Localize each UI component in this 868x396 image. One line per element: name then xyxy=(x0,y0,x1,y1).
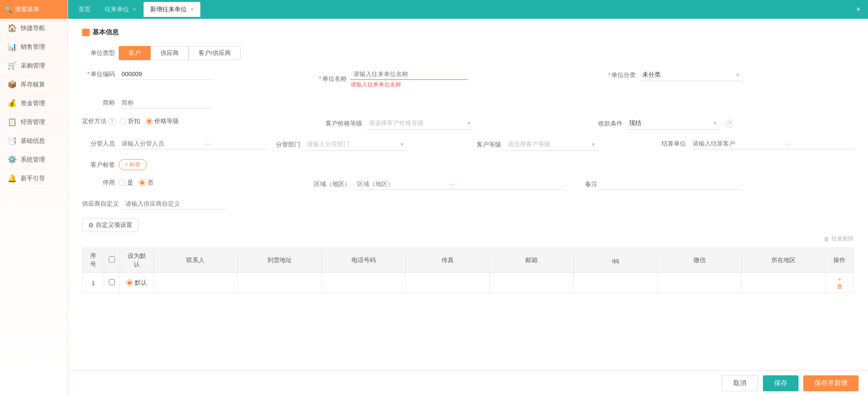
disabled-yes-radio[interactable]: 是 xyxy=(119,179,133,187)
search-menu[interactable]: 🔍 搜索菜单 xyxy=(0,0,68,19)
settlement-more-btn[interactable]: ··· xyxy=(784,140,793,148)
region-input[interactable] xyxy=(354,179,448,189)
unit-code-input[interactable] xyxy=(119,69,213,80)
manager-input[interactable] xyxy=(119,138,203,149)
customer-price-level-select[interactable]: 请选择客户价格等级 ▼ xyxy=(366,117,474,130)
sidebar-item-purchase[interactable]: 🛒 采购管理 xyxy=(0,56,68,75)
customer-level-select[interactable]: 请选择客户等级 ▼ xyxy=(505,138,599,151)
row-phone-input[interactable] xyxy=(327,280,401,287)
manager-more-btn[interactable]: ··· xyxy=(203,140,213,148)
row-wechat[interactable] xyxy=(657,273,741,293)
col-email: 邮箱 xyxy=(489,248,573,273)
row-phone[interactable] xyxy=(321,273,405,293)
purchase-icon: 🛒 xyxy=(8,61,17,70)
tab-new-partner-close[interactable]: × xyxy=(190,6,194,13)
save-and-new-button[interactable]: 保存并新增 xyxy=(803,375,859,391)
sidebar-item-inventory[interactable]: 📦 库存核算 xyxy=(0,75,68,94)
custom-settings-button[interactable]: ⚙ 自定义项设置 xyxy=(82,218,138,232)
region-more-btn[interactable]: ··· xyxy=(448,180,457,188)
customer-level-placeholder: 请选择客户等级 xyxy=(508,140,591,148)
select-all-checkbox[interactable] xyxy=(109,256,115,263)
footer-bar: 取消 保存 保存并新增 xyxy=(68,370,868,396)
remark-label: 备注 xyxy=(564,180,597,188)
col-checkbox[interactable] xyxy=(104,248,120,273)
row-default-dot xyxy=(128,281,131,285)
sidebar-item-finance[interactable]: 💰 资金管理 xyxy=(0,94,68,113)
save-button[interactable]: 保存 xyxy=(763,375,799,391)
customer-tag-group: 客户标签 + 标签 xyxy=(82,159,854,170)
unit-category-arrow: ▼ xyxy=(735,72,740,78)
row-fax[interactable] xyxy=(405,273,489,293)
section-icon xyxy=(82,29,90,36)
unit-name-input[interactable] xyxy=(350,69,468,80)
sidebar-item-operations[interactable]: 📋 经营管理 xyxy=(0,113,68,132)
pricing-discount-radio[interactable]: 折扣 xyxy=(120,117,140,125)
tab-partners-close[interactable]: × xyxy=(133,6,136,13)
disabled-group: 停用 是 否 xyxy=(82,179,314,187)
disabled-label: 停用 xyxy=(82,179,115,187)
payment-terms-select[interactable]: 现结 ▼ xyxy=(626,117,720,130)
row-address[interactable] xyxy=(237,273,321,293)
row-qq[interactable] xyxy=(573,273,657,293)
tab-home-label: 首页 xyxy=(78,5,91,14)
unit-category-select[interactable]: 未分类 ▼ xyxy=(640,69,743,81)
sidebar: 🔍 搜索菜单 🏠 快捷导航 📊 销售管理 🛒 采购管理 📦 库存核算 💰 资金管… xyxy=(0,0,68,396)
unit-name-error: 请输入往来单位名称 xyxy=(350,81,603,89)
tab-new-partner[interactable]: 新增往来单位 × xyxy=(144,2,200,17)
col-location: 所在地区 xyxy=(741,248,825,273)
row-fax-input[interactable] xyxy=(411,280,485,287)
payment-terms-help-icon[interactable]: ? xyxy=(726,120,733,127)
tab-home[interactable]: 首页 xyxy=(72,2,97,17)
supplier-custom-input[interactable] xyxy=(122,198,226,210)
tag-add-button[interactable]: + 标签 xyxy=(119,159,147,170)
row-delete-btn[interactable]: 🗑 xyxy=(837,283,843,290)
sidebar-item-quick-nav[interactable]: 🏠 快捷导航 xyxy=(0,19,68,38)
type-btn-customer[interactable]: 客户 xyxy=(119,46,151,60)
department-placeholder: 请输入分管部门 xyxy=(307,140,400,148)
manager-group: 分管人员 ··· xyxy=(82,138,267,149)
row-contact-input[interactable] xyxy=(159,280,233,287)
type-btn-both[interactable]: 客户/供应商 xyxy=(189,46,241,60)
sidebar-item-guide[interactable]: 🔔 新手引导 xyxy=(0,169,68,188)
row-email-input[interactable] xyxy=(495,280,569,287)
settlement-unit-input[interactable] xyxy=(690,138,784,149)
sidebar-item-basic-info[interactable]: 📑 基础信息 xyxy=(0,132,68,150)
unit-type-label: 单位类型 xyxy=(82,49,115,57)
manager-label: 分管人员 xyxy=(82,140,115,148)
settlement-unit-group: 结算单位 ··· xyxy=(653,138,854,149)
col-wechat: 微信 xyxy=(657,248,741,273)
row-contact[interactable] xyxy=(153,273,237,293)
pricing-help-icon[interactable]: ? xyxy=(108,117,116,125)
row-email[interactable] xyxy=(489,273,573,293)
unit-type-row: 单位类型 客户 供应商 客户/供应商 xyxy=(82,46,854,60)
row-location-input[interactable] xyxy=(746,280,821,287)
row-default-radio[interactable]: 默认 xyxy=(125,279,149,287)
department-arrow: ▼ xyxy=(400,142,404,147)
disabled-yes-circle xyxy=(119,179,125,186)
row-location[interactable] xyxy=(741,273,825,293)
main-close-button[interactable]: × xyxy=(853,3,864,16)
operations-icon: 📋 xyxy=(8,117,17,126)
finance-icon: 💰 xyxy=(8,99,17,108)
remark-input[interactable] xyxy=(601,179,742,190)
type-btn-supplier[interactable]: 供应商 xyxy=(151,46,189,60)
remark-group: 备注 xyxy=(564,179,854,190)
batch-delete[interactable]: 🗑 批量删除 xyxy=(82,235,854,243)
row-address-input[interactable] xyxy=(243,280,317,287)
tab-partners[interactable]: 往来单位 × xyxy=(98,2,143,17)
customer-tag-label: 客户标签 xyxy=(82,161,115,169)
unit-type-group: 单位类型 客户 供应商 客户/供应商 xyxy=(82,46,854,60)
sidebar-item-system[interactable]: ⚙️ 系统管理 xyxy=(0,150,68,169)
row-qq-input[interactable] xyxy=(579,280,653,287)
pricing-level-radio[interactable]: 价格等级 xyxy=(146,117,179,125)
row-add-btn[interactable]: + xyxy=(838,276,842,283)
abbreviation-input[interactable] xyxy=(119,97,213,109)
row-wechat-input[interactable] xyxy=(662,280,737,287)
row-checkbox-input[interactable] xyxy=(109,279,115,285)
row-checkbox[interactable] xyxy=(104,273,120,293)
sidebar-item-sales[interactable]: 📊 销售管理 xyxy=(0,38,68,56)
cancel-button[interactable]: 取消 xyxy=(722,375,758,391)
disabled-no-radio[interactable]: 否 xyxy=(139,179,153,187)
department-select[interactable]: 请输入分管部门 ▼ xyxy=(304,138,407,151)
pricing-level-circle xyxy=(146,118,152,124)
